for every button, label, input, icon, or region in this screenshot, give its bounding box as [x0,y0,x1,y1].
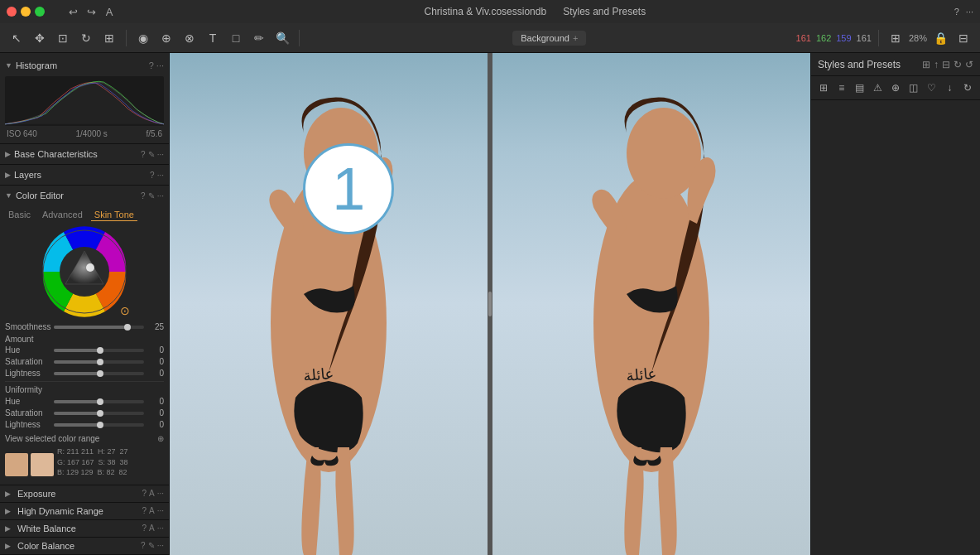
tool-transform[interactable]: ⊞ [99,28,119,48]
hdr-edit-icon[interactable]: A [149,506,155,515]
tool-clone[interactable]: ⊕ [156,28,176,48]
uniformity-label: Uniformity [5,385,164,394]
tool-text[interactable]: T [203,28,223,48]
histogram-header[interactable]: Histogram ? ··· [0,56,169,75]
filename: Christina & Viv.cosessiondb [425,6,547,17]
pixel-g: 162 [816,33,831,43]
styles-icon-5[interactable]: ↺ [965,59,973,70]
wb-more-icon[interactable]: ··· [157,524,164,533]
saturation-row: Saturation 0 [5,357,164,366]
panel-toggle-icon[interactable]: ⊟ [954,28,973,48]
hue-value: 0 [147,345,164,355]
maximize-button[interactable] [35,7,45,17]
histogram-icons: ? ··· [149,60,164,70]
tool-heal[interactable]: ⊗ [180,28,199,48]
styles-icon-4[interactable]: ↻ [954,59,962,70]
layers-help-icon[interactable]: ? [150,171,155,180]
background-tab[interactable]: Background + [512,31,586,46]
uni-light-slider[interactable] [54,423,144,427]
lightness-slider[interactable] [54,372,144,375]
base-char-more-icon[interactable]: ··· [157,150,164,159]
hdr-panel[interactable]: ▶ High Dynamic Range ? A ··· [0,503,169,520]
redo-icon[interactable]: ↪ [84,5,98,18]
color-editor-content: Basic Advanced Skin Tone [0,205,169,485]
color-editor-more-icon[interactable]: ··· [157,191,164,200]
tool-rotate[interactable]: ↻ [76,28,96,48]
hdr-more-icon[interactable]: ··· [157,506,164,515]
tab-advanced[interactable]: Advanced [39,209,86,221]
styles-warning-icon[interactable]: ⚠ [870,80,885,96]
tool-eyedrop[interactable]: 🔍 [272,28,292,48]
tab-skin-tone[interactable]: Skin Tone [91,209,137,221]
add-layer-icon[interactable]: + [573,33,578,43]
cb-help-icon[interactable]: ? [141,541,146,550]
tab-basic[interactable]: Basic [5,209,34,221]
pixel-a: 161 [857,33,872,43]
styles-grid-icon[interactable]: ⊞ [816,80,831,96]
zoom-lock-icon[interactable]: 🔒 [930,28,950,48]
layers-header[interactable]: Layers ? ··· [0,165,169,185]
saturation-slider[interactable] [54,360,144,364]
base-characteristics-header[interactable]: Base Characteristics ? ✎ ··· [0,144,169,164]
layers-more-icon[interactable]: ··· [157,171,164,180]
base-char-help-icon[interactable]: ? [141,150,146,159]
brush-icon[interactable]: A [103,5,116,18]
swatch-1[interactable] [5,453,28,476]
shutter-value: 1/4000 s [75,129,107,138]
swatch-rgb-3: B: 129 129 B: 82 82 [57,467,128,478]
styles-icon-2[interactable]: ↑ [934,59,939,70]
styles-filter-icon[interactable]: ▤ [853,80,867,96]
tool-brush[interactable]: ◉ [133,28,153,48]
uni-hue-value: 0 [147,397,164,406]
styles-compare-icon[interactable]: ◫ [906,80,921,96]
exposure-edit-icon[interactable]: A [149,489,155,498]
minimize-button[interactable] [21,7,31,17]
styles-heart-icon[interactable]: ♡ [925,80,939,96]
more-icon[interactable]: ··· [966,7,973,17]
tool-move[interactable]: ✥ [30,28,50,48]
exposure-panel[interactable]: ▶ Exposure ? A ··· [0,485,169,503]
wb-edit-icon[interactable]: A [149,524,155,533]
styles-list-icon[interactable]: ≡ [834,80,849,96]
styles-title: Styles and Presets [818,59,901,70]
color-picker-icon[interactable]: ⊙ [120,304,130,317]
swatch-2[interactable] [31,453,54,476]
styles-icon-1[interactable]: ⊞ [922,59,930,70]
exposure-more-icon[interactable]: ··· [157,489,164,498]
base-char-edit-icon[interactable]: ✎ [148,150,155,159]
color-editor-edit-icon[interactable]: ✎ [148,191,155,200]
hue-slider[interactable] [54,349,144,352]
tool-select[interactable]: ↖ [7,28,26,48]
cb-edit-icon[interactable]: ✎ [148,541,155,550]
styles-binocular-icon[interactable]: ⊕ [888,80,903,96]
tool-pen[interactable]: ✏ [249,28,269,48]
swatch-rgb-2: G: 167 167 S: 38 38 [57,457,128,468]
wb-panel[interactable]: ▶ White Balance ? A ··· [0,520,169,538]
styles-download-icon[interactable]: ↓ [942,80,957,96]
help-icon[interactable]: ? [954,7,959,17]
view-icon[interactable]: ⊞ [886,28,906,48]
hdr-help-icon[interactable]: ? [142,506,147,515]
histogram-help-icon[interactable]: ? [149,60,154,70]
tool-crop[interactable]: ⊡ [53,28,73,48]
view-color-range[interactable]: View selected color range ⊕ [5,434,164,443]
title-bar-right: ? ··· [954,7,973,17]
styles-refresh-icon[interactable]: ↻ [960,80,975,96]
histogram-more-icon[interactable]: ··· [156,60,164,70]
wb-help-icon[interactable]: ? [142,524,147,533]
cb-panel[interactable]: ▶ Color Balance ? ✎ ··· [0,538,169,555]
cb-more-icon[interactable]: ··· [157,541,164,550]
tool-shape[interactable]: □ [226,28,246,48]
color-editor-help-icon[interactable]: ? [141,191,146,200]
exposure-help-icon[interactable]: ? [142,489,147,498]
close-button[interactable] [7,7,17,17]
smoothness-slider[interactable] [54,326,144,329]
traffic-lights[interactable] [7,7,45,17]
color-editor-header[interactable]: Color Editor ? ✎ ··· [0,186,169,205]
hdr-chevron: ▶ [5,507,11,515]
uni-hue-slider[interactable] [54,400,144,403]
color-wheel-svg[interactable] [39,226,130,317]
styles-icon-3[interactable]: ⊟ [942,59,950,70]
undo-icon[interactable]: ↩ [66,5,79,18]
uni-sat-slider[interactable] [54,412,144,415]
